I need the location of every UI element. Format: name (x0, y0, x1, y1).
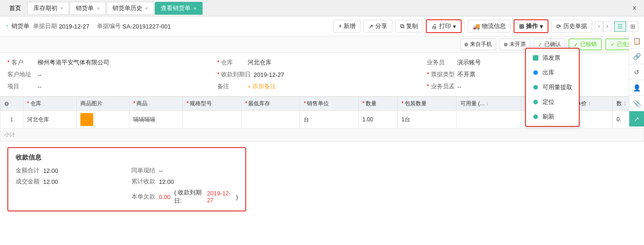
payment-date-field: 收款到期日 2019-12-27 (217, 70, 427, 79)
window-close-button[interactable]: × (629, 4, 640, 12)
right-icon-1[interactable]: 📋 (629, 33, 644, 49)
total-received-label: 累计收款 (131, 177, 155, 186)
menu-locate[interactable]: 定位 (526, 95, 579, 109)
row-unit: 台 (300, 111, 359, 129)
subtotal-label: 小计 (0, 129, 644, 142)
owed-note: ( 收款到期日: (174, 188, 203, 205)
share-icon: ↗ (368, 23, 373, 30)
total-received-row: 累计收款 12.00 (131, 177, 238, 186)
confirm-check-icon: ✓ (538, 41, 542, 48)
warehouse-field: 仓库 河北仓库 (217, 58, 427, 67)
tab-view-sales-close[interactable]: × (193, 6, 196, 11)
operation-button[interactable]: ⊞ 操作 ▾ (514, 19, 548, 33)
add-invoice-icon (532, 55, 539, 61)
tab-home[interactable]: 首页 (4, 4, 27, 12)
operation-dropdown-icon: ▾ (540, 23, 543, 30)
view-toggle: ☰ ⊞ (614, 21, 638, 32)
right-icon-2[interactable]: 🔗 (629, 49, 644, 64)
amount-value: 12.00 (43, 167, 58, 174)
col-settings[interactable]: ⚙ (0, 97, 23, 111)
add-remark-button[interactable]: + 添加备注 (248, 82, 277, 91)
share-button[interactable]: ↗ 分享 (363, 20, 392, 33)
tab-sales-history-label: 销货单历史 (113, 4, 142, 12)
payment-date-label: 收款到期日 (217, 70, 251, 79)
menu-add-invoice[interactable]: 添发票 (526, 51, 579, 65)
tab-sales-history-close[interactable]: × (145, 6, 148, 11)
square-icon (533, 55, 538, 61)
right-icon-6[interactable]: ↗ (629, 111, 644, 127)
customer-value: 柳州粤港平安气体有限公司 (38, 58, 109, 67)
right-icon-3[interactable]: ↺ (629, 64, 644, 80)
doc-date-label: 单据日期 (33, 22, 57, 30)
col-spec: *规格型号 (183, 97, 242, 111)
tab-inventory-label: 库存期初 (34, 4, 57, 12)
total-received-value: 12.00 (159, 178, 174, 185)
refresh-icon (532, 114, 539, 120)
col-pkg-qty: *包装数量 (397, 97, 456, 111)
project-label: 项目 (7, 82, 35, 91)
print-dropdown-icon: ▾ (453, 23, 456, 30)
transaction-row: 成交金额 12.00 (16, 177, 122, 186)
tab-inventory[interactable]: 库存期初 × (28, 2, 69, 15)
prev-button[interactable]: ‹ (595, 21, 603, 31)
staff-label: 业务员 (427, 58, 454, 67)
doc-num-value: SA-20191227-001 (123, 23, 171, 30)
nav-arrows: ‹ › (595, 21, 611, 31)
logistics-button[interactable]: 🚚 物流信息 (468, 20, 511, 33)
circle-teal-icon2 (533, 100, 538, 104)
main-area: ↑ 销货单 单据日期 2019-12-27 单据编号 SA-20191227-0… (0, 17, 644, 245)
tab-sales-close[interactable]: × (96, 6, 99, 11)
next-button[interactable]: › (603, 21, 611, 31)
add-label: + 新增 (339, 22, 356, 30)
list-view-button[interactable]: ☰ (614, 21, 626, 32)
tab-view-sales[interactable]: 查看销货单 × (155, 2, 202, 15)
from-phone-button[interactable]: 来自手机 (460, 39, 496, 50)
address-value: -- (38, 71, 42, 78)
refresh-label: 刷新 (542, 113, 554, 121)
doc-title: ↑ 销货单 (6, 22, 29, 30)
address-field: 客户地址 -- (7, 70, 217, 79)
not-opened-label: 未开票 (509, 40, 526, 48)
tab-bar-right: × (629, 4, 640, 12)
customer-field: 客户 柳州粤港平安气体有限公司 (7, 58, 217, 67)
add-button[interactable]: + 新增 (333, 20, 361, 33)
doc-type-icon: ↑ (6, 23, 9, 30)
share-label: 分享 (375, 22, 387, 30)
phone-dot-icon (464, 43, 468, 46)
copy-icon: ⧉ (400, 23, 404, 30)
tab-sales[interactable]: 销货单 × (70, 2, 105, 15)
grid-view-button[interactable]: ⊞ (627, 21, 638, 32)
dropdown-menu: 添发票 出库 可用量提取 定位 刷新 (525, 48, 580, 127)
print-icon: 🖨 (431, 23, 437, 30)
toolbar-separator (464, 22, 465, 31)
remark-field: 备注 + 添加备注 (217, 82, 427, 91)
staff-value: 演示账号 (457, 58, 481, 67)
row-pkg-qty: 1台 (397, 111, 456, 129)
not-opened-dot-icon (504, 43, 508, 46)
col-min-stock: *最低库存 (241, 97, 300, 111)
tab-inventory-close[interactable]: × (60, 6, 63, 11)
history-button[interactable]: ⟳ 历史单据 (551, 20, 592, 33)
locate-icon (532, 99, 539, 105)
doc-num-field: 单据编号 SA-20191227-001 (97, 22, 171, 30)
customer-label: 客户 (7, 58, 35, 67)
amount-row: 金额合计 12.00 (16, 166, 122, 175)
copy-button[interactable]: ⧉ 复制 (395, 20, 423, 33)
right-icon-4[interactable]: 👤 (629, 80, 644, 96)
menu-outbound[interactable]: 出库 (526, 65, 579, 80)
toolbar: ↑ 销货单 单据日期 2019-12-27 单据编号 SA-20191227-0… (0, 17, 644, 36)
remark-label: 备注 (217, 82, 245, 91)
doc-num-label: 单据编号 (97, 22, 121, 30)
owed-date: 2019-12-27 (207, 190, 232, 204)
tab-sales-history[interactable]: 销货单历史 × (107, 2, 154, 15)
add-invoice-label: 添发票 (542, 54, 560, 62)
available-qty-label: 可用量提取 (542, 83, 572, 91)
transaction-value: 12.00 (43, 178, 58, 185)
menu-refresh[interactable]: 刷新 (526, 109, 579, 124)
right-icon-5[interactable]: 📎 (629, 96, 644, 111)
print-button[interactable]: 🖨 打印 ▾ (426, 19, 462, 33)
same-order-label: 同单现结 (131, 166, 155, 175)
circle-blue-icon (533, 70, 538, 75)
menu-available-qty[interactable]: 可用量提取 (526, 80, 579, 95)
print-label: 打印 (439, 22, 451, 30)
